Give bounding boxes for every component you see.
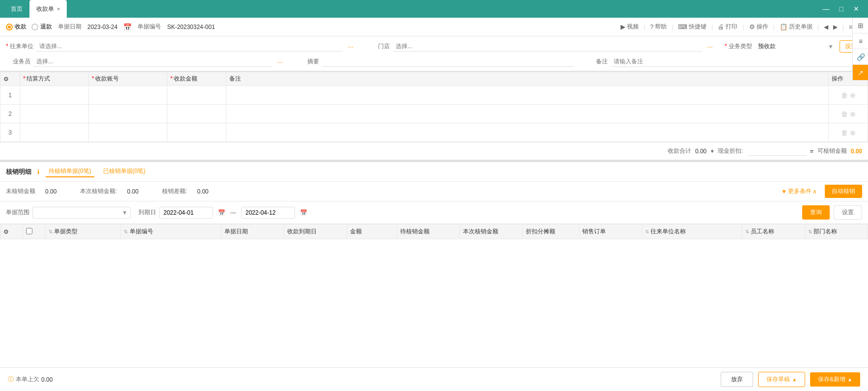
video-action[interactable]: ▶ 视频 — [621, 23, 639, 31]
remark-cell-1[interactable] — [226, 86, 829, 105]
save-new-button[interactable]: 保存&新增 ▲ — [810, 372, 860, 387]
plus-sign: + — [710, 148, 714, 155]
action-cell-3: 🗑 ⊕ — [829, 123, 868, 142]
remark-cell-3[interactable] — [226, 123, 829, 142]
settle-cell-3[interactable] — [20, 123, 89, 142]
discard-button[interactable]: 放弃 — [721, 372, 753, 387]
help-action[interactable]: ? 帮助 — [650, 23, 667, 31]
account-cell-1[interactable] — [89, 86, 167, 105]
verify-tab-pending[interactable]: 待核销单据(0笔) — [46, 166, 94, 177]
calendar-icon[interactable]: 📅 — [123, 23, 132, 31]
copy-icon-3[interactable]: ⊕ — [850, 129, 856, 137]
biz-type-select-wrapper: 预收款 ▼ — [755, 41, 837, 52]
settle-cell-2[interactable] — [20, 105, 89, 123]
select-all-checkbox[interactable] — [26, 228, 32, 234]
col-amount: 金额 — [347, 224, 397, 239]
amount-cell-3[interactable] — [167, 123, 226, 142]
partner-input[interactable] — [36, 41, 343, 52]
operation-action[interactable]: ⚙ 操作 — [749, 23, 768, 31]
more-conditions-label: 更多条件 — [788, 187, 812, 196]
settle-cell-1[interactable] — [20, 86, 89, 105]
discount-input[interactable] — [747, 146, 806, 156]
tab-close-icon[interactable]: × — [57, 6, 60, 12]
receipt-table: ⚙ 结算方式 收款账号 收款金额 备注 操作 1 — [0, 72, 868, 142]
list-view-action[interactable]: ≡ — [849, 24, 852, 30]
row-num-1: 1 — [0, 86, 20, 105]
partner-more-icon[interactable]: ··· — [346, 43, 355, 51]
staff-more-icon[interactable]: ··· — [275, 58, 285, 66]
shop-label: 门店 — [365, 42, 390, 51]
unverified-label: 未核销金额 — [6, 187, 35, 196]
right-panel: ⊞ ≡ 🔗 ↗ — [852, 18, 868, 81]
biz-type-arrow-icon: ▼ — [828, 43, 834, 50]
verify-label: 可核销金额 — [817, 147, 847, 155]
history-action[interactable]: 📋 历史单据 — [780, 23, 813, 31]
maximize-button[interactable]: □ — [837, 4, 846, 14]
more-conditions-button[interactable]: ▼ 更多条件 ∧ — [781, 187, 817, 196]
query-button[interactable]: 查询 — [802, 205, 830, 220]
range-field: 单据范围 ▼ — [6, 207, 131, 219]
date-from-input[interactable] — [159, 207, 213, 219]
filter-settings-button[interactable]: 设置 — [834, 205, 862, 220]
col-partner: ⇅ 往来单位名称 — [642, 224, 742, 239]
verify-table: ⚙ ⇅ 单据类型 ⇅ 单据编号 — [0, 224, 868, 239]
col-checkbox-check[interactable] — [23, 224, 46, 239]
right-panel-cursor-icon[interactable]: ↗ — [853, 65, 868, 81]
shop-input[interactable] — [393, 41, 702, 52]
shop-more-icon[interactable]: ··· — [705, 43, 715, 51]
minimize-button[interactable]: — — [820, 4, 833, 14]
diff-label: 核销差额: — [162, 187, 187, 196]
date-to-icon[interactable]: 📅 — [300, 209, 307, 216]
right-panel-list-icon[interactable]: ≡ — [853, 33, 868, 49]
col-discount: 折扣分摊额 — [522, 224, 579, 239]
save-draft-button[interactable]: 保存草稿 ▲ — [758, 372, 805, 387]
total-label: 收款合计 — [668, 147, 691, 155]
shortcut-action[interactable]: ⌨ 快捷键 — [678, 23, 706, 31]
summary-input[interactable] — [322, 56, 573, 67]
form-row-1: 往来单位 ··· 门店 ··· 业务类型 预收款 ▼ 设置 — [6, 40, 862, 53]
date-from-icon[interactable]: 📅 — [218, 209, 225, 216]
staff-field: 业务员 ··· — [6, 56, 285, 67]
print-action[interactable]: 🖨 打印 — [718, 23, 737, 31]
copy-icon-2[interactable]: ⊕ — [850, 110, 856, 118]
date-to-input[interactable] — [241, 207, 295, 219]
amount-cell-1[interactable] — [167, 86, 226, 105]
delete-icon-3[interactable]: 🗑 — [841, 129, 848, 137]
amount-cell-2[interactable] — [167, 105, 226, 123]
account-cell-2[interactable] — [89, 105, 167, 123]
delete-icon-1[interactable]: 🗑 — [841, 91, 848, 99]
remark-field: 备注 — [583, 56, 862, 67]
video-icon: ▶ — [621, 23, 625, 30]
range-select[interactable] — [32, 207, 131, 219]
auto-verify-button[interactable]: 自动核销 — [825, 185, 862, 198]
delete-icon-2[interactable]: 🗑 — [841, 110, 848, 118]
col-settings-header[interactable]: ⚙ — [0, 72, 20, 86]
remark-cell-2[interactable] — [226, 105, 829, 123]
prev-action[interactable]: ◀ — [824, 24, 828, 30]
table-row: 2 🗑 ⊕ — [0, 105, 868, 123]
close-button[interactable]: ✕ — [850, 4, 862, 14]
account-cell-3[interactable] — [89, 123, 167, 142]
next-action[interactable]: ▶ — [833, 24, 838, 30]
radio-receive[interactable]: 收款 — [6, 23, 27, 31]
filter-row: 单据范围 ▼ 到期日 📅 — 📅 查询 设置 — [0, 201, 868, 224]
right-panel-table-icon[interactable]: ⊞ — [853, 18, 868, 33]
staff-input[interactable] — [33, 56, 272, 67]
date-value[interactable]: 2023-03-24 — [87, 24, 117, 30]
filter-icon: ▼ — [781, 188, 787, 195]
col-due: 收款到期日 — [284, 224, 347, 239]
biz-type-field: 业务类型 预收款 ▼ 设置 — [725, 40, 862, 53]
radio-return[interactable]: 退款 — [31, 23, 52, 31]
remark-input[interactable] — [611, 56, 862, 67]
filter-right: 查询 设置 — [802, 205, 862, 220]
tab-home[interactable]: 首页 — [4, 0, 29, 18]
col-account-header: 收款账号 — [89, 72, 167, 86]
settings-icon[interactable]: ⚙ — [3, 228, 9, 235]
verify-tab-done[interactable]: 已核销单据(0笔) — [100, 166, 149, 177]
tab-receipt[interactable]: 收款单 × — [29, 0, 67, 18]
col-dept: ⇅ 部门名称 — [805, 224, 868, 239]
footer-info: ⓘ 本单上欠 0.00 — [8, 375, 53, 384]
copy-icon-1[interactable]: ⊕ — [850, 91, 856, 99]
right-panel-link-icon[interactable]: 🔗 — [853, 49, 868, 65]
shortcut-label: 快捷键 — [689, 23, 706, 31]
